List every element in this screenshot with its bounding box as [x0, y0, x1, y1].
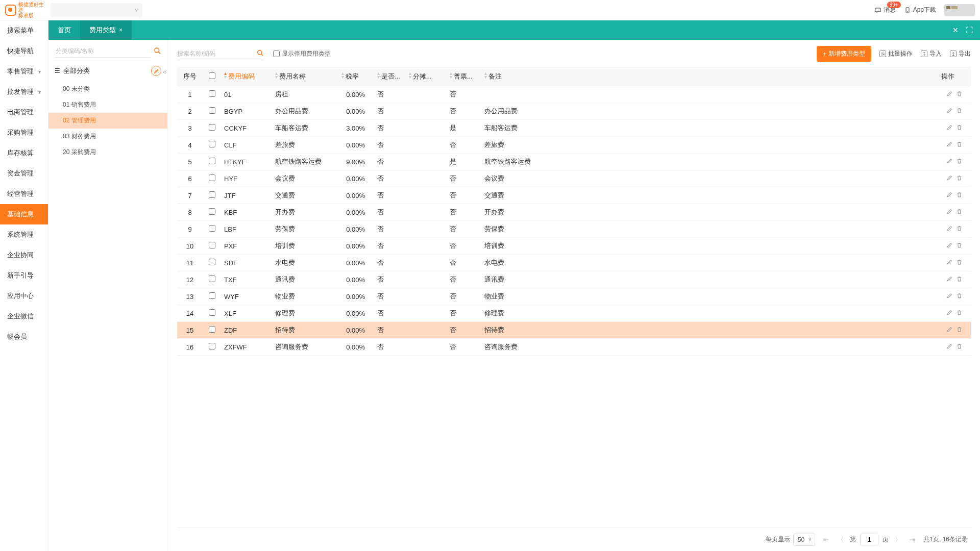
col-split[interactable]: ▴▾分摊... — [406, 67, 447, 86]
search-icon[interactable] — [154, 47, 161, 56]
table-row[interactable]: 14XLF修理费0.00%否否修理费 — [177, 305, 971, 322]
edit-icon[interactable] — [946, 142, 953, 149]
delete-icon[interactable] — [956, 176, 963, 183]
nav-item-12[interactable]: 新手引导 — [0, 265, 48, 286]
edit-icon[interactable] — [946, 293, 953, 300]
delete-icon[interactable] — [956, 243, 963, 250]
edit-icon[interactable] — [946, 277, 953, 284]
nav-item-2[interactable]: 零售管理▾ — [0, 61, 48, 82]
delete-icon[interactable] — [956, 277, 963, 284]
table-row[interactable]: 6HYF会议费0.00%否否会议费 — [177, 170, 971, 187]
row-checkbox[interactable] — [209, 276, 215, 282]
edit-icon[interactable] — [946, 344, 953, 351]
edit-icon[interactable] — [946, 176, 953, 183]
table-row[interactable]: 8KBF开办费0.00%否否开办费 — [177, 204, 971, 221]
table-row[interactable]: 12TXF通讯费0.00%否否通讯费 — [177, 271, 971, 288]
delete-icon[interactable] — [956, 260, 963, 267]
edit-icon[interactable] — [946, 209, 953, 216]
table-row[interactable]: 101房租0.00%否否 — [177, 86, 971, 103]
nav-item-11[interactable]: 企业协同 — [0, 245, 48, 265]
page-next-button[interactable]: 〉 — [893, 534, 903, 545]
delete-icon[interactable] — [956, 327, 963, 334]
edit-icon[interactable] — [946, 243, 953, 250]
category-all[interactable]: ☰ 全部分类 — [48, 62, 167, 80]
nav-item-14[interactable]: 企业微信 — [0, 306, 48, 327]
col-name[interactable]: ▴▾费用名称 — [272, 67, 338, 86]
select-all-checkbox[interactable] — [209, 72, 215, 79]
nav-item-4[interactable]: 电商管理 — [0, 102, 48, 122]
close-icon[interactable]: × — [119, 27, 122, 34]
table-row[interactable]: 2BGYP办公用品费0.00%否否办公用品费 — [177, 103, 971, 120]
delete-icon[interactable] — [956, 108, 963, 115]
row-checkbox[interactable] — [209, 326, 215, 333]
table-row[interactable]: 13WYF物业费0.00%否否物业费 — [177, 288, 971, 305]
delete-icon[interactable] — [956, 209, 963, 216]
tab-close-all-icon[interactable]: ✕ — [952, 26, 959, 34]
row-checkbox[interactable] — [209, 292, 215, 299]
batch-ops-button[interactable]: ⎘ 批量操作 — [879, 49, 913, 58]
edit-icon[interactable] — [946, 108, 953, 115]
page-size-select[interactable]: 50 — [793, 534, 815, 546]
col-remark[interactable]: ▴▾备注 — [481, 67, 930, 86]
page-prev-button[interactable]: 〈 — [835, 534, 846, 545]
table-row[interactable]: 11SDF水电费0.00%否否水电费 — [177, 255, 971, 271]
category-item-0[interactable]: 00 未分类 — [48, 81, 167, 97]
row-checkbox[interactable] — [209, 225, 215, 232]
edit-icon[interactable] — [946, 226, 953, 233]
page-last-button[interactable]: ⇥ — [908, 535, 917, 544]
add-fee-type-button[interactable]: + 新增费用类型 — [817, 46, 871, 62]
row-checkbox[interactable] — [209, 141, 215, 147]
edit-categories-button[interactable] — [151, 66, 161, 76]
nav-item-5[interactable]: 采购管理 — [0, 122, 48, 143]
edit-icon[interactable] — [946, 159, 953, 166]
show-disabled-checkbox[interactable]: 显示停用费用类型 — [273, 49, 331, 58]
edit-icon[interactable] — [946, 192, 953, 199]
delete-icon[interactable] — [956, 344, 963, 351]
tab-fee-type[interactable]: 费用类型 × — [80, 20, 132, 40]
category-search-input[interactable] — [55, 45, 151, 58]
row-checkbox[interactable] — [209, 158, 215, 164]
messages-button[interactable]: 消息 99+ — [874, 6, 896, 14]
nav-item-6[interactable]: 库存核算 — [0, 143, 48, 163]
delete-icon[interactable] — [956, 125, 963, 132]
table-row[interactable]: 9LBF劳保费0.00%否否劳保费 — [177, 221, 971, 238]
category-item-3[interactable]: 03 财务费用 — [48, 129, 167, 144]
edit-icon[interactable] — [946, 125, 953, 132]
org-selector[interactable]: ∨ — [51, 3, 142, 17]
table-row[interactable]: 5HTKYF航空铁路客运费9.00%否是航空铁路客运费 — [177, 154, 971, 170]
row-checkbox[interactable] — [209, 343, 215, 349]
delete-icon[interactable] — [956, 293, 963, 300]
search-icon[interactable] — [257, 49, 264, 58]
row-checkbox[interactable] — [209, 259, 215, 265]
import-button[interactable]: ↧ 导入 — [921, 49, 942, 58]
export-button[interactable]: ↥ 导出 — [950, 49, 971, 58]
delete-icon[interactable] — [956, 159, 963, 166]
delete-icon[interactable] — [956, 142, 963, 149]
row-checkbox[interactable] — [209, 242, 215, 248]
nav-item-8[interactable]: 经营管理 — [0, 184, 48, 204]
col-seq[interactable]: 序号 — [177, 67, 203, 86]
nav-item-13[interactable]: 应用中心 — [0, 286, 48, 306]
delete-icon[interactable] — [956, 226, 963, 233]
table-row[interactable]: 15ZDF招待费0.00%否否招待费 — [177, 322, 971, 339]
tab-home[interactable]: 首页 — [48, 20, 80, 40]
row-checkbox[interactable] — [209, 208, 215, 215]
nav-item-3[interactable]: 批发管理▾ — [0, 82, 48, 102]
collapse-panel-icon[interactable]: « — [163, 68, 166, 76]
table-row[interactable]: 7JTF交通费0.00%否否交通费 — [177, 187, 971, 204]
app-download-button[interactable]: App下载 — [904, 6, 936, 14]
edit-icon[interactable] — [946, 91, 953, 98]
fullscreen-icon[interactable]: ⛶ — [966, 26, 973, 34]
col-code[interactable]: ▴▾费用编码 — [221, 67, 272, 86]
table-search-input[interactable] — [177, 47, 257, 60]
nav-item-7[interactable]: 资金管理 — [0, 163, 48, 184]
table-row[interactable]: 16ZXFWF咨询服务费0.00%否否咨询服务费 — [177, 339, 971, 356]
delete-icon[interactable] — [956, 310, 963, 317]
delete-icon[interactable] — [956, 91, 963, 98]
category-item-4[interactable]: 20 采购费用 — [48, 144, 167, 160]
table-row[interactable]: 4CLF差旅费0.00%否否差旅费 — [177, 137, 971, 154]
nav-item-9[interactable]: 基础信息 — [0, 204, 48, 224]
row-checkbox[interactable] — [209, 90, 215, 97]
delete-icon[interactable] — [956, 192, 963, 199]
row-checkbox[interactable] — [209, 309, 215, 316]
